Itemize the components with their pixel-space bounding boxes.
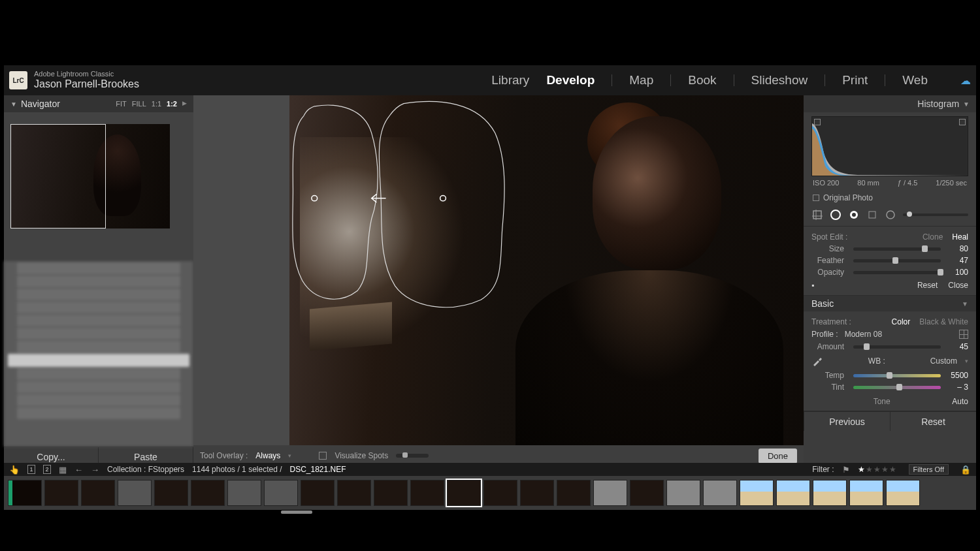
zoom-1-1[interactable]: 1:1: [152, 100, 161, 108]
flag-filter-icon[interactable]: ⚑: [842, 465, 850, 475]
navigator-preview[interactable]: [10, 124, 170, 228]
previous-button[interactable]: Previous: [804, 411, 890, 431]
auto-button[interactable]: Auto: [952, 397, 968, 406]
feather-value[interactable]: 47: [946, 256, 968, 265]
treatment-color[interactable]: Color: [892, 317, 911, 326]
basic-header[interactable]: Basic ▼: [804, 296, 976, 311]
filter-lock-icon[interactable]: 🔒: [960, 465, 971, 475]
visualize-spots-slider[interactable]: [396, 454, 429, 458]
filmstrip-thumb[interactable]: [557, 480, 591, 506]
reset-button[interactable]: Reset: [890, 411, 976, 431]
filmstrip-thumb[interactable]: [8, 480, 42, 506]
filmstrip-scrollbar[interactable]: [281, 511, 312, 514]
secondary-display-icon[interactable]: 👆: [9, 465, 20, 475]
collection-label[interactable]: Collection : FStoppers: [107, 465, 184, 474]
filmstrip-thumb[interactable]: [703, 480, 737, 506]
filmstrip-thumb[interactable]: [410, 480, 444, 506]
tool-overlay-value[interactable]: Always: [255, 451, 280, 460]
filters-off-dropdown[interactable]: Filters Off: [909, 464, 949, 475]
treatment-bw[interactable]: Black & White: [919, 317, 968, 326]
size-value[interactable]: 80: [946, 244, 968, 253]
mode-clone[interactable]: Clone: [923, 232, 943, 242]
opacity-slider[interactable]: [853, 271, 941, 274]
profile-browser-icon[interactable]: [959, 330, 968, 339]
temp-slider[interactable]: [853, 374, 941, 377]
filmstrip-thumb[interactable]: [337, 480, 371, 506]
spot-close[interactable]: Close: [948, 281, 968, 290]
navigator-viewport-frame[interactable]: [10, 124, 106, 228]
filmstrip-thumb[interactable]: [776, 480, 810, 506]
amount-slider[interactable]: [853, 345, 941, 349]
module-print[interactable]: Print: [842, 73, 868, 87]
tint-value[interactable]: – 3: [946, 383, 968, 392]
filmstrip-thumb[interactable]: [593, 480, 627, 506]
wb-dropper-icon[interactable]: [811, 355, 823, 367]
cloud-sync-icon[interactable]: ☁: [960, 74, 971, 87]
histogram-header[interactable]: Histogram ▼: [804, 95, 976, 112]
filmstrip-thumb[interactable]: [630, 480, 664, 506]
panel-switch-icon[interactable]: ▪: [811, 281, 814, 290]
main-window-badge[interactable]: 1: [27, 465, 35, 474]
navigator-header[interactable]: ▼ Navigator FIT FILL 1:1 1:2 ▶: [4, 95, 193, 112]
original-photo-checkbox-icon[interactable]: [813, 195, 819, 201]
zoom-fill[interactable]: FILL: [132, 100, 146, 108]
spot-reset[interactable]: Reset: [917, 281, 938, 290]
wb-value[interactable]: Custom: [930, 356, 957, 366]
wb-menu-icon[interactable]: ▾: [965, 358, 968, 364]
photo-preview[interactable]: [289, 95, 804, 445]
filmstrip[interactable]: [4, 476, 976, 510]
filmstrip-thumb[interactable]: [483, 480, 517, 506]
filmstrip-thumb[interactable]: [374, 480, 408, 506]
zoom-fit[interactable]: FIT: [116, 100, 127, 108]
radial-filter-icon[interactable]: [885, 209, 896, 221]
filmstrip-thumb[interactable]: [264, 480, 298, 506]
filmstrip-thumb[interactable]: [301, 480, 335, 506]
spot-removal-tool-icon[interactable]: [830, 209, 841, 221]
feather-slider[interactable]: [853, 259, 941, 262]
grid-view-icon[interactable]: ▦: [59, 465, 67, 475]
zoom-menu-icon[interactable]: ▶: [182, 100, 187, 108]
filmstrip-thumb[interactable]: [154, 480, 188, 506]
original-photo-row[interactable]: Original Photo: [804, 189, 976, 206]
done-button[interactable]: Done: [759, 449, 797, 464]
histogram[interactable]: [811, 116, 968, 176]
filmstrip-thumb[interactable]: [813, 480, 847, 506]
nav-forward-icon[interactable]: →: [91, 465, 99, 475]
module-library[interactable]: Library: [491, 73, 529, 87]
temp-value[interactable]: 5500: [946, 371, 968, 380]
filmstrip-thumb[interactable]: [81, 480, 115, 506]
visualize-spots-checkbox[interactable]: [319, 452, 327, 460]
redeye-tool-icon[interactable]: [848, 209, 860, 221]
graduated-filter-icon[interactable]: [866, 209, 878, 221]
module-slideshow[interactable]: Slideshow: [751, 73, 808, 87]
second-window-badge[interactable]: 2: [43, 465, 51, 474]
filmstrip-thumb[interactable]: [191, 480, 225, 506]
nav-back-icon[interactable]: ←: [74, 465, 83, 475]
tool-overlay-menu-icon[interactable]: ▾: [288, 452, 291, 459]
filmstrip-thumb[interactable]: [44, 480, 78, 506]
rating-filter[interactable]: ★★★★★: [858, 465, 897, 474]
module-web[interactable]: Web: [902, 73, 928, 87]
module-develop[interactable]: Develop: [546, 73, 595, 87]
filmstrip-thumb[interactable]: [740, 480, 774, 506]
amount-value[interactable]: 45: [946, 342, 968, 351]
crop-tool-icon[interactable]: [811, 209, 823, 221]
filmstrip-thumb[interactable]: [520, 480, 554, 506]
size-slider[interactable]: [853, 247, 941, 251]
tint-slider[interactable]: [853, 386, 941, 389]
module-book[interactable]: Book: [688, 73, 716, 87]
opacity-value[interactable]: 100: [946, 268, 968, 277]
module-map[interactable]: Map: [629, 73, 653, 87]
filmstrip-thumb[interactable]: [118, 480, 152, 506]
filmstrip-thumb[interactable]: [227, 480, 261, 506]
filmstrip-thumb-selected[interactable]: [447, 480, 481, 506]
tool-exposure-slider[interactable]: [903, 213, 968, 216]
filmstrip-thumb[interactable]: [849, 480, 883, 506]
shadow-clip-icon[interactable]: [814, 119, 821, 125]
highlight-clip-icon[interactable]: [959, 119, 966, 125]
filmstrip-thumb[interactable]: [666, 480, 700, 506]
zoom-1-2[interactable]: 1:2: [167, 100, 177, 108]
filmstrip-thumb[interactable]: [886, 480, 920, 506]
mode-heal[interactable]: Heal: [952, 232, 968, 242]
profile-value[interactable]: Modern 08: [845, 330, 959, 339]
